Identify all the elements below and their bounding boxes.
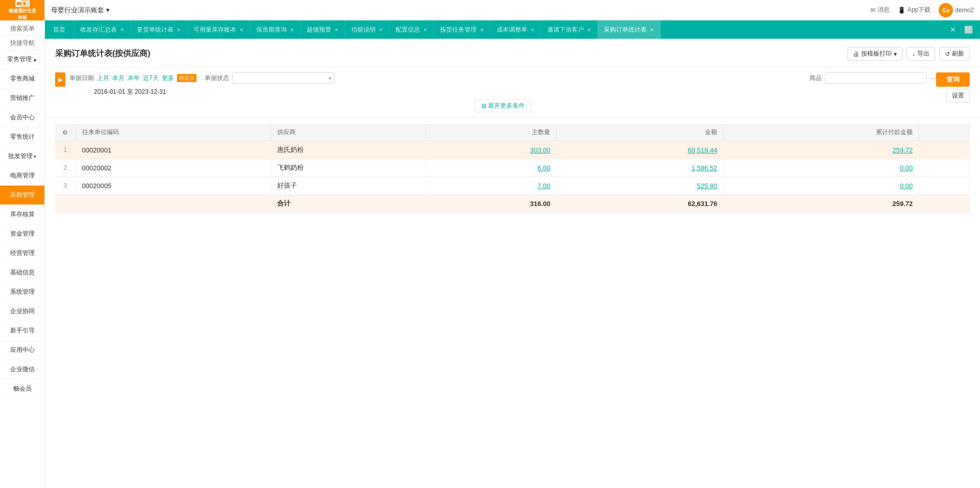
footer-row: 合计 316.00 62,631.76 259.72	[55, 195, 970, 213]
top-bar-right: ✉ 消息 📱 App下载 Ea demo2	[870, 3, 974, 17]
tab-config-info[interactable]: 配置信息 ✕	[389, 20, 434, 39]
export-icon: ↓	[912, 50, 915, 58]
sidebar-item-retail[interactable]: 零售管理 ▲	[0, 50, 44, 69]
sidebar-item-inventory[interactable]: 库存核算	[0, 205, 44, 224]
tab-available-stock-close[interactable]: ✕	[239, 27, 243, 33]
close-tab-button[interactable]: ✕	[947, 24, 959, 35]
tab-invite-downstream-close[interactable]: ✕	[587, 27, 591, 33]
tab-expiry-query[interactable]: 保质期查询 ✕	[250, 20, 301, 39]
tab-cost-adjust-close[interactable]: ✕	[530, 27, 534, 33]
settings-col-icon: ⚙	[62, 129, 68, 136]
page-header-actions: 🖨 按模板打印 ▾ ↓ 导出 ↺ 刷新	[847, 47, 970, 61]
sidebar-item-system[interactable]: 系统管理	[0, 282, 44, 302]
sidebar-item-quick-nav[interactable]: 快捷导航	[0, 36, 44, 50]
user-profile[interactable]: Ea demo2	[939, 3, 974, 17]
tab-config-info-close[interactable]: ✕	[423, 27, 427, 33]
tab-actions: ✕ ⬜	[943, 20, 980, 39]
row-2-paid[interactable]: 0.00	[724, 159, 919, 177]
tab-available-stock[interactable]: 可用量库存账本 ✕	[187, 20, 250, 39]
footer-amount: 62,631.76	[557, 195, 724, 213]
sidebar-item-ecommerce[interactable]: 电商管理	[0, 166, 44, 186]
sidebar-item-purchase[interactable]: 采购管理	[0, 186, 44, 205]
app-download-button[interactable]: 📱 App下载	[898, 6, 930, 14]
tab-purchase-stat[interactable]: 采购订单统计表 ✕	[598, 20, 660, 39]
tab-pick-task-close[interactable]: ✕	[480, 27, 484, 33]
footer-main-qty: 316.00	[426, 195, 557, 213]
sidebar-item-retail-stat[interactable]: 零售统计	[0, 127, 44, 147]
maximize-button[interactable]: ⬜	[961, 24, 976, 35]
main-content: 母婴行业演示账套 ▾ ✉ 消息 📱 App下载 Ea demo2 首页	[45, 0, 980, 488]
sidebar-item-basic-info[interactable]: 基础信息	[0, 263, 44, 282]
row-2-amount[interactable]: 1,586.52	[557, 159, 724, 177]
goods-input[interactable]	[825, 72, 927, 84]
last-month-shortcut[interactable]: 上月	[97, 74, 109, 83]
7days-shortcut[interactable]: 近7天	[143, 74, 159, 83]
sidebar-item-operation[interactable]: 经营管理	[0, 244, 44, 263]
row-3-extra	[919, 177, 970, 195]
row-3-paid[interactable]: 0.00	[724, 177, 919, 195]
row-1-amount[interactable]: 60,519.44	[557, 141, 724, 159]
row-1-main-qty[interactable]: 303.00	[426, 141, 557, 159]
sidebar-item-wholesale[interactable]: 批发管理 ▾	[0, 147, 44, 166]
tab-overstock-warning-close[interactable]: ✕	[334, 27, 338, 33]
query-button[interactable]: 查询	[936, 72, 970, 87]
tab-invite-downstream[interactable]: 邀请下游客户 ✕	[541, 20, 598, 39]
sidebar-item-retail-shop[interactable]: 零售商城	[0, 69, 44, 89]
sidebar-item-enterprise-wx[interactable]: 企业微信	[0, 360, 44, 379]
tab-expiry-query-close[interactable]: ✕	[290, 27, 294, 33]
table-row: 2 00020002 飞鹤奶粉 6.00 1,586.52 0.00	[55, 159, 970, 177]
message-icon: ✉	[870, 7, 875, 14]
sidebar-item-newbie[interactable]: 新手引导	[0, 321, 44, 341]
filter-toggle-button[interactable]: ▶	[55, 72, 65, 87]
tab-order-stat-close[interactable]: ✕	[177, 27, 181, 33]
custom-badge: 自定义	[177, 74, 197, 82]
settings-button[interactable]: 设置	[946, 89, 970, 102]
sidebar-item-search[interactable]: 搜索英单	[0, 20, 44, 36]
this-month-shortcut[interactable]: 本月	[112, 74, 125, 83]
tab-home[interactable]: 首页	[45, 20, 74, 39]
this-year-shortcut[interactable]: 本年	[128, 74, 140, 83]
export-button[interactable]: ↓ 导出	[906, 47, 935, 61]
message-label: 消息	[877, 6, 890, 14]
status-select[interactable]	[232, 72, 334, 84]
tab-purchase-stat-close[interactable]: ✕	[650, 27, 654, 33]
row-3-amount[interactable]: 525.80	[557, 177, 724, 195]
svg-point-3	[23, 2, 26, 5]
refresh-button[interactable]: ↺ 刷新	[939, 47, 970, 61]
sidebar-item-finance[interactable]: 资金管理	[0, 224, 44, 244]
row-3-main-qty[interactable]: 7.00	[426, 177, 557, 195]
refresh-label: 刷新	[952, 49, 964, 58]
template-print-button[interactable]: 🖨 按模板打印 ▾	[847, 47, 902, 61]
more-shortcut[interactable]: 更多	[162, 74, 174, 83]
avatar-initials: Ea	[943, 7, 949, 13]
top-bar-left: 母婴行业演示账套 ▾	[51, 6, 110, 15]
sidebar-item-member2[interactable]: 畅会员	[0, 379, 44, 399]
tab-receive-pay[interactable]: 收发存汇总表 ✕	[74, 20, 131, 39]
data-table: ⚙ 往来单位编码 供应商 主数量 金额 累计付款金额 1 00020001	[55, 124, 970, 213]
tab-order-stat[interactable]: 要货单统计表 ✕	[131, 20, 187, 39]
tab-overstock-warning[interactable]: 超储预警 ✕	[301, 20, 345, 39]
footer-empty2	[76, 195, 271, 213]
row-1-paid[interactable]: 259.72	[724, 141, 919, 159]
sidebar-item-app-center[interactable]: 应用中心	[0, 341, 44, 360]
filter-goods-area: 商品 ···	[342, 72, 936, 84]
row-2-main-qty[interactable]: 6.00	[426, 159, 557, 177]
tab-func-desc-close[interactable]: ✕	[379, 27, 383, 33]
tab-receive-pay-close[interactable]: ✕	[120, 27, 124, 33]
expand-conditions-button[interactable]: ⊞ 展开更多条件	[475, 99, 531, 112]
tab-config-info-label: 配置信息	[396, 25, 420, 34]
app-download-label: App下载	[908, 6, 930, 14]
message-button[interactable]: ✉ 消息	[870, 6, 890, 14]
expand-icon: ⊞	[481, 102, 486, 110]
sidebar-item-enterprise[interactable]: 企业协同	[0, 302, 44, 321]
col-unit-code-header: 往来单位编码	[76, 124, 271, 141]
tab-func-desc[interactable]: 功能说明 ✕	[345, 20, 389, 39]
more-options-icon[interactable]: ···	[930, 74, 936, 82]
sidebar-item-member[interactable]: 会员中心	[0, 108, 44, 127]
sidebar-logo: 畅捷通好生意 标版	[0, 0, 44, 20]
sidebar-item-marketing[interactable]: 营销推广	[0, 89, 44, 108]
company-selector[interactable]: 母婴行业演示账套 ▾	[51, 6, 110, 15]
tab-cost-adjust[interactable]: 成本调整单 ✕	[491, 20, 541, 39]
tab-pick-task[interactable]: 拣货任务管理 ✕	[434, 20, 491, 39]
col-settings-header[interactable]: ⚙	[55, 124, 76, 141]
